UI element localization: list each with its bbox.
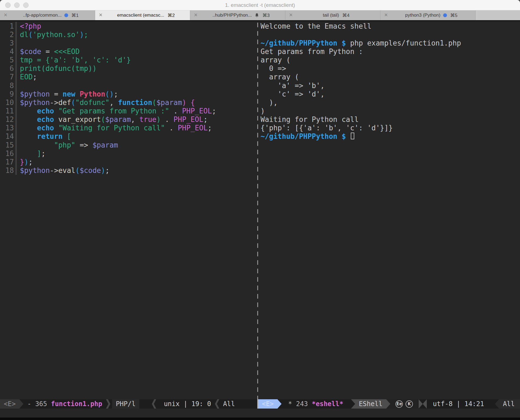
window-title: 1. emacsclient -t (emacsclient) [0, 2, 520, 8]
modeline-left: <E>- 365 function1.phpPHP/lunix | 19: 0A… [0, 399, 257, 409]
tab-close-icon[interactable]: × [289, 12, 293, 18]
tab-bar: ×..fp-app/common...⌘1×emacsclient (emacs… [0, 10, 520, 20]
window-indicator: <E> [0, 399, 19, 409]
gutter-strip [15, 73, 17, 81]
k-mode-icon: K [406, 400, 413, 408]
code-line: 6print(dofunc(tmp)) [0, 64, 257, 73]
tab-bar-filler [476, 10, 520, 20]
titlebar: 1. emacsclient -t (emacsclient) [0, 0, 520, 10]
modelines: <E>- 365 function1.phpPHP/lunix | 19: 0A… [0, 399, 520, 409]
line-number: 8 [0, 82, 15, 90]
code-line: 15 "php" => $param [0, 141, 257, 149]
tab-close-icon[interactable]: × [384, 12, 388, 18]
tab-close-icon[interactable]: × [99, 12, 102, 18]
tab-close-icon[interactable]: × [194, 12, 198, 18]
shell-line: array ( [261, 56, 520, 64]
tab-label: ..hub/PHPPython... [212, 13, 252, 18]
tab-3[interactable]: ×..hub/PHPPython...⌘3 [190, 10, 285, 20]
activity-dot-icon [443, 13, 447, 17]
bell-icon [255, 13, 259, 18]
shell-line [261, 30, 520, 39]
line-number: 16 [0, 149, 15, 158]
line-number: 14 [0, 132, 15, 140]
code-line: 18$python->eval($code); [0, 166, 257, 175]
code-line: 2dl('python.so'); [0, 30, 257, 39]
code-line: 9$python = new Python(); [0, 90, 257, 98]
gutter-strip [15, 115, 17, 124]
line-number: 5 [0, 56, 15, 64]
emacs-mode-icon: Ee [395, 400, 403, 408]
modeline-right: <E>* 243 *eshell*EShellEeKutf-8 | 14:21A… [258, 399, 520, 409]
tab-content: tail (tail)⌘4 [295, 13, 377, 18]
activity-dot-icon [64, 13, 68, 17]
line-number: 6 [0, 64, 15, 73]
tab-close-icon[interactable]: × [4, 12, 7, 18]
code-buffer-window[interactable]: 1<?php2dl('python.so');34$code = <<<EOD5… [0, 22, 257, 399]
tab-shortcut: ⌘3 [262, 13, 270, 18]
gutter-strip [15, 64, 17, 73]
tab-1[interactable]: ×..fp-app/common...⌘1 [0, 10, 95, 20]
line-number: 17 [0, 158, 15, 166]
tab-2[interactable]: ×emacsclient (emacsc...⌘2 [95, 10, 190, 20]
line-number: 4 [0, 47, 15, 56]
tab-content: ..fp-app/common...⌘1 [10, 13, 92, 18]
line-number: 7 [0, 73, 15, 81]
buffer-name: * 243 *eshell* [284, 399, 347, 409]
powerline-separator-icon [19, 399, 23, 409]
shell-line: ~/github/PHPPython $ php examples/functi… [261, 39, 520, 47]
code-line: 4$code = <<<EOD [0, 47, 257, 56]
tab-shortcut: ⌘4 [342, 13, 349, 18]
major-mode: PHP/l [112, 399, 139, 409]
code-line: 12 echo var_export($param, true) . PHP_E… [0, 115, 257, 124]
shell-line: array ( [261, 73, 520, 81]
window-bottom-edge [0, 418, 520, 420]
shell-line: Welcome to the Emacs shell [261, 22, 520, 30]
shell-line: Get params from Python : [261, 47, 520, 56]
tab-shortcut: ⌘5 [450, 13, 457, 18]
scroll-position: All [499, 399, 520, 409]
shell-line: ), [261, 98, 520, 107]
code-line: 17}); [0, 158, 257, 166]
line-number: 15 [0, 141, 15, 149]
tab-label: emacsclient (emacsc... [117, 13, 164, 18]
powerline-separator-icon [351, 399, 355, 409]
gutter-strip [15, 132, 17, 141]
code-line: 1<?php [0, 22, 257, 30]
tab-content: python3 (Python)⌘5 [390, 13, 473, 18]
line-number: 3 [0, 39, 15, 47]
code-line: 8 [0, 81, 257, 90]
line-number: 1 [0, 22, 15, 30]
shell-line: 'c' => 'd', [261, 90, 520, 98]
tab-4[interactable]: ×tail (tail)⌘4 [285, 10, 380, 20]
tab-label: python3 (Python) [405, 13, 440, 18]
line-number: 10 [0, 98, 15, 107]
gutter-strip [15, 22, 17, 30]
major-mode: EShell [355, 399, 386, 409]
tab-shortcut: ⌘1 [71, 13, 78, 18]
gutter-strip [15, 90, 17, 98]
code-line: 3 [0, 39, 257, 47]
tab-label: ..fp-app/common... [23, 13, 62, 18]
eshell-buffer-window[interactable]: Welcome to the Emacs shell~/github/PHPPy… [258, 22, 520, 399]
tab-5[interactable]: ×python3 (Python)⌘5 [380, 10, 476, 20]
powerline-separator-icon [277, 399, 282, 409]
gutter-strip [15, 98, 17, 107]
code-line: 7EOD; [0, 73, 257, 81]
powerline-chevron-icon [106, 399, 110, 409]
gutter-strip [15, 30, 17, 39]
powerline-separator-icon [386, 399, 390, 409]
code-line: 5tmp = {'a': 'b', 'c': 'd'} [0, 56, 257, 64]
code-line: 11 echo "Get params from Python :" . PHP… [0, 107, 257, 115]
active-window-indicator: <E> [258, 399, 277, 409]
gutter-strip [15, 39, 17, 47]
tab-content: emacsclient (emacsc...⌘2 [105, 13, 187, 18]
encoding-and-time: utf-8 | 14:21 [429, 399, 488, 409]
shell-line: {'php': [{'a': 'b', 'c': 'd'}]} [261, 124, 520, 132]
gutter-strip [15, 81, 17, 90]
shell-line: ~/github/PHPPython $ [261, 132, 520, 141]
tab-shortcut: ⌘2 [168, 13, 175, 18]
code-line: 16 ]; [0, 149, 257, 158]
tab-label: tail (tail) [323, 13, 339, 18]
code-line: 14 return [ [0, 132, 257, 141]
gutter-strip [15, 141, 17, 149]
